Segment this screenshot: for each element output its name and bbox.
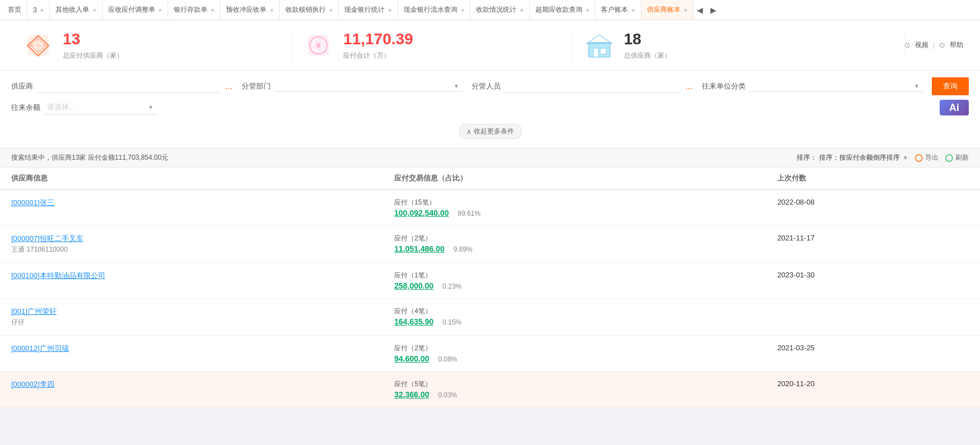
nav-tab-3[interactable]: 3 × xyxy=(27,0,50,20)
last-pay-1: 2022-08-08 xyxy=(777,198,969,206)
result-bar: 搜索结果中，供应商13家 应付金额111,703,854.00元 排序： 排序：… xyxy=(0,149,980,168)
supplier-link-4[interactable]: [001]广州荣轩 xyxy=(11,307,57,316)
tx-amount-5[interactable]: 94,600.00 xyxy=(394,354,429,363)
close-ar-exec[interactable]: × xyxy=(329,7,332,13)
last-pay-2: 2021-11-17 xyxy=(777,234,969,242)
sort-value[interactable]: 排序：按应付余额倒序排序 xyxy=(819,154,900,161)
tx-amount-6[interactable]: 32,366.00 xyxy=(394,390,429,399)
supplier-filter-label: 供应商 xyxy=(11,81,33,91)
nav-right-arrow[interactable]: ▶ xyxy=(707,0,720,20)
tx-row-1: 100,092,540.00 89.61% xyxy=(394,207,777,217)
top-navigation: 首页 3 × 其他收入单 × 应收应付调整单 × 银行存款单 × 预收冲应收单 … xyxy=(0,0,980,20)
nav-tab-prepay[interactable]: 预收冲应收单 × xyxy=(220,0,279,20)
last-pay-5: 2021-03-25 xyxy=(777,344,969,352)
nav-tab-prepay-label: 预收冲应收单 xyxy=(226,5,266,15)
nav-tab-ap-adjust[interactable]: 应收应付调整单 × xyxy=(103,0,168,20)
nav-tab-collection-stat[interactable]: 收款情况统计 × xyxy=(470,0,529,20)
close-collection-stat[interactable]: × xyxy=(520,7,523,13)
tx-info-5: 应付（2笔） 94,600.00 0.08% xyxy=(394,344,777,363)
video-link[interactable]: 视频 xyxy=(915,40,928,50)
supplier-link-5[interactable]: [000012]广州贝瑞 xyxy=(11,344,69,353)
sort-label: 排序： 排序：按应付余额倒序排序 ▼ xyxy=(797,153,908,163)
payable-suppliers-content: 13 总应付供应商（家） xyxy=(63,30,123,61)
close-bank-deposit[interactable]: × xyxy=(211,7,214,13)
close-prepay[interactable]: × xyxy=(270,7,273,13)
dept-filter-select[interactable]: ▼ xyxy=(274,81,463,92)
right-actions: 排序： 排序：按应付余额倒序排序 ▼ 导出 刷新 xyxy=(797,153,969,163)
col-header-tx: 应付交易信息（占比） xyxy=(394,173,777,183)
nav-tab-customer-account[interactable]: 客户账本 × xyxy=(595,0,641,20)
tx-amount-1[interactable]: 100,092,540.00 xyxy=(394,208,449,217)
close-overdue-query[interactable]: × xyxy=(586,7,589,13)
table-row: [001]广州荣轩 仔仔 应付（4笔） 164,635.90 0.15% xyxy=(0,299,980,336)
supplier-link-3[interactable]: [000100]本特勤油品有限公司 xyxy=(11,271,105,280)
tx-percent-1: 89.61% xyxy=(458,210,481,217)
supplier-filter-dots[interactable]: ... xyxy=(225,81,232,91)
svg-rect-10 xyxy=(593,48,598,57)
nav-tab-other-income[interactable]: 其他收入单 × xyxy=(50,0,102,20)
nav-tab-overdue-query[interactable]: 超期应收款查询 × xyxy=(530,0,595,20)
tx-label-4: 应付（4笔） xyxy=(394,307,777,316)
category-select-arrow: ▼ xyxy=(914,83,919,89)
stat-payable-suppliers: 13 总应付供应商（家） xyxy=(11,30,292,61)
refresh-button[interactable]: 刷新 xyxy=(945,153,969,163)
payable-suppliers-label: 总应付供应商（家） xyxy=(63,51,123,61)
tx-row-3: 258,000.00 0.23% xyxy=(394,280,777,290)
payable-amount-icon: ¥ xyxy=(303,30,334,61)
svg-rect-11 xyxy=(600,48,605,54)
filter-row-1: 供应商 ... 分管部门 ▼ 分管人员 ... 往来单位分类 ▼ 查询 xyxy=(11,77,969,95)
supplier-filter-input[interactable] xyxy=(36,80,219,93)
nav-tab-home-label: 首页 xyxy=(8,5,21,15)
supplier-info-1: [000001]张三 xyxy=(11,198,394,208)
supplier-link-2[interactable]: [000007]恒旺二手叉车 xyxy=(11,234,84,243)
supplier-link-6[interactable]: [000002]李四 xyxy=(11,380,54,388)
category-filter-select[interactable]: ▼ xyxy=(749,81,923,92)
last-pay-date-3: 2023-01-30 xyxy=(777,271,815,279)
total-suppliers-content: 18 总供应商（家） xyxy=(624,30,671,61)
supplier-link-1[interactable]: [000001]张三 xyxy=(11,198,54,207)
collapse-up-icon: ∧ xyxy=(466,128,471,136)
payable-amount-number: 11,170.39 xyxy=(343,30,413,49)
svg-rect-8 xyxy=(589,42,610,57)
tx-row-5: 94,600.00 0.08% xyxy=(394,353,777,363)
tx-info-2: 应付（2笔） 11,051,486.00 9.89% xyxy=(394,234,777,253)
nav-tab-supplier-account[interactable]: 供应商账本 × xyxy=(641,0,694,20)
sort-arrow-icon: ▼ xyxy=(903,155,908,161)
nav-tab-cash-bank-stat[interactable]: 现金银行统计 × xyxy=(339,0,397,20)
collapse-button[interactable]: ∧ 收起更多条件 xyxy=(459,124,521,139)
ai-badge[interactable]: Ai xyxy=(940,100,969,115)
person-filter-input[interactable] xyxy=(504,80,679,93)
help-link[interactable]: 帮助 xyxy=(950,40,963,50)
close-cash-bank-stat[interactable]: × xyxy=(388,7,391,13)
export-button[interactable]: 导出 xyxy=(915,153,939,163)
nav-tab-bank-deposit[interactable]: 银行存款单 × xyxy=(168,0,220,20)
supplier-info-4: [001]广州荣轩 仔仔 xyxy=(11,307,394,327)
close-customer-account[interactable]: × xyxy=(631,7,635,13)
category-filter-label: 往来单位分类 xyxy=(702,81,746,91)
close-supplier-account[interactable]: × xyxy=(684,7,687,13)
balance-filter-select[interactable]: 请选择... ▼ xyxy=(44,100,157,115)
payable-suppliers-icon xyxy=(22,30,54,61)
tx-amount-4[interactable]: 164,635.90 xyxy=(394,317,433,326)
top-right-links: ⊙ 视频 | ⊙ 帮助 xyxy=(904,40,969,50)
close-cash-bank-flow[interactable]: × xyxy=(461,7,464,13)
supplier-info-2: [000007]恒旺二手叉车 王通 17106110000 xyxy=(11,234,394,254)
tx-info-4: 应付（4笔） 164,635.90 0.15% xyxy=(394,307,777,326)
tx-amount-2[interactable]: 11,051,486.00 xyxy=(394,244,445,253)
person-filter-label: 分管人员 xyxy=(471,81,501,91)
nav-left-arrow[interactable]: ◀ xyxy=(694,0,707,20)
tx-percent-5: 0.08% xyxy=(438,355,457,363)
nav-tab-cash-bank-flow[interactable]: 现金银行流水查询 × xyxy=(398,0,470,20)
close-ap-adjust[interactable]: × xyxy=(159,7,162,13)
tx-percent-6: 0.03% xyxy=(438,391,457,399)
close-other-income[interactable]: × xyxy=(93,7,96,13)
export-label: 导出 xyxy=(925,153,939,163)
person-filter-dots[interactable]: ... xyxy=(685,81,692,91)
tx-amount-3[interactable]: 258,000.00 xyxy=(394,281,433,290)
nav-tab-ar-exec[interactable]: 收款核销执行 × xyxy=(280,0,339,20)
nav-tab-3-close[interactable]: × xyxy=(40,7,44,13)
query-button[interactable]: 查询 xyxy=(932,77,969,95)
nav-tab-cash-bank-stat-label: 现金银行统计 xyxy=(344,5,385,15)
nav-tab-customer-account-label: 客户账本 xyxy=(601,5,628,15)
nav-tab-home[interactable]: 首页 xyxy=(2,0,27,20)
